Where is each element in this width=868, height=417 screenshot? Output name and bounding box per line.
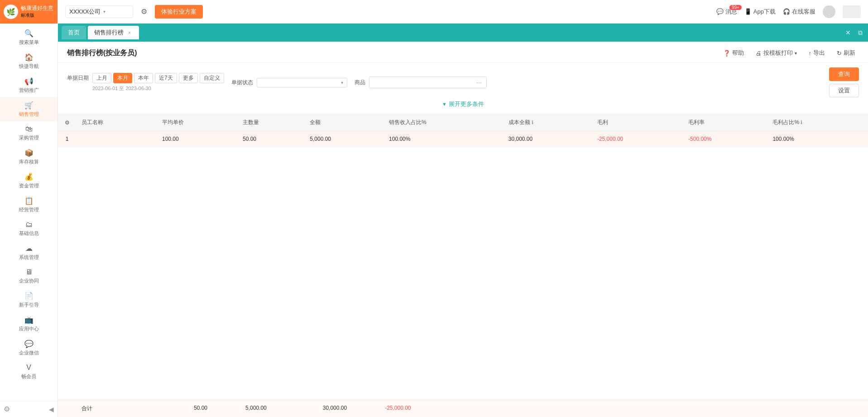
service-icon: 🎧 <box>783 8 790 15</box>
sidebar-item-system[interactable]: ☁ 系统管理 <box>0 240 58 264</box>
help-button[interactable]: ❓ 帮助 <box>719 47 748 59</box>
company-name: XXXXX公司 <box>69 8 101 16</box>
search-label: 搜索菜单 <box>19 39 39 46</box>
sidebar-item-purchase[interactable]: 🛍 采购管理 <box>0 121 58 145</box>
date-range-display: 2023-06-01 至 2023-06-30 <box>67 85 224 92</box>
user-avatar[interactable] <box>823 5 835 18</box>
tab-home[interactable]: 首页 <box>62 26 86 39</box>
col-gross-pct: 毛利占比% ℹ <box>767 114 868 131</box>
marketing-icon: 📢 <box>24 77 34 86</box>
tab-sales-ranking-label: 销售排行榜 <box>94 29 124 37</box>
tab-close-icon[interactable]: × <box>126 29 133 36</box>
gross-pct-hint-icon: ℹ <box>801 120 802 125</box>
marketing-label: 营销推广 <box>19 87 39 94</box>
topbar: XXXXX公司 ▾ ⚙ 体验行业方案 💬 消息 99+ 📱 App下载 🎧 在线… <box>58 0 868 24</box>
purchase-icon: 🛍 <box>25 125 33 133</box>
content-area: 销售排行榜(按业务员) ❓ 帮助 🖨 按模板打印 ▾ ↑ 导出 ↻ 刷新 <box>58 42 868 417</box>
tabbar: 首页 销售排行榜 × ✕ ⧉ <box>58 24 868 42</box>
print-button[interactable]: 🖨 按模板打印 ▾ <box>752 47 801 59</box>
help-icon: ❓ <box>723 50 730 57</box>
online-service-action[interactable]: 🎧 在线客服 <box>783 8 815 16</box>
operation-icon: 📋 <box>24 197 34 205</box>
search-icon: 🔍 <box>24 29 34 38</box>
cell-name <box>76 131 157 147</box>
sidebar-item-sales[interactable]: 🛒 销售管理 <box>0 97 58 121</box>
tabbar-close-button[interactable]: ✕ <box>844 27 853 38</box>
app-center-icon: 📺 <box>24 316 34 324</box>
goods-ellipsis-icon[interactable]: ··· <box>475 79 483 86</box>
topbar-gear-button[interactable]: ⚙ <box>138 5 150 18</box>
sidebar-item-operation[interactable]: 📋 经营管理 <box>0 193 58 217</box>
sidebar-item-inventory[interactable]: 📦 库存核算 <box>0 145 58 169</box>
query-button[interactable]: 查询 <box>829 67 859 81</box>
print-chevron-icon: ▾ <box>795 51 797 56</box>
table-header-row: ⚙ 员工名称 平均单价 主数量 全额 销售收入占比% 成本全额 ℹ 毛利 毛利率… <box>58 114 868 131</box>
status-chevron-icon: ▾ <box>341 80 343 85</box>
status-label: 单据状态 <box>231 79 253 86</box>
sidebar-item-basic[interactable]: 🗂 基础信息 <box>0 217 58 240</box>
sidebar-item-quick-nav[interactable]: 🏠 快捷导航 <box>0 49 58 73</box>
export-button[interactable]: ↑ 导出 <box>805 47 829 59</box>
footer-gross: -25,000.00 <box>379 405 416 412</box>
tab-home-label: 首页 <box>68 29 80 37</box>
sidebar-logo: 🌿 畅康通好生意 标准版 <box>0 0 58 24</box>
sidebar-item-app-center[interactable]: 📺 应用中心 <box>0 312 58 336</box>
app-download-action[interactable]: 📱 App下载 <box>744 8 776 16</box>
sidebar-item-wechat[interactable]: 💬 企业微信 <box>0 336 58 360</box>
operation-label: 经营管理 <box>19 206 39 213</box>
company-selector[interactable]: XXXXX公司 ▾ <box>65 5 133 18</box>
purchase-label: 采购管理 <box>19 134 39 141</box>
sidebar-item-search[interactable]: 🔍 搜索菜单 <box>0 25 58 49</box>
tab-sales-ranking[interactable]: 销售排行榜 × <box>88 26 139 39</box>
message-action[interactable]: 💬 消息 99+ <box>716 8 737 16</box>
sidebar-item-marketing[interactable]: 📢 营销推广 <box>0 73 58 97</box>
page-header: 销售排行榜(按业务员) ❓ 帮助 🖨 按模板打印 ▾ ↑ 导出 ↻ 刷新 <box>58 42 868 63</box>
message-badge: 99+ <box>729 5 742 10</box>
sidebar-item-finance[interactable]: 💰 资金管理 <box>0 169 58 193</box>
system-icon: ☁ <box>25 244 33 253</box>
expand-more-icon: ▼ <box>442 101 447 107</box>
cell-gross-pct: 100.00% <box>767 131 868 147</box>
member-label: 畅会员 <box>21 373 36 380</box>
date-btn-this-month[interactable]: 本月 <box>113 73 132 83</box>
filter-row: 单据日期 上月 本月 本年 近7天 更多 自定义 2023-06-01 至 20… <box>67 67 859 97</box>
status-filter-item: 单据状态 ▾ <box>231 78 347 87</box>
status-select[interactable]: ▾ <box>257 78 347 87</box>
topbar-right: 💬 消息 99+ 📱 App下载 🎧 在线客服 <box>716 5 861 18</box>
date-btn-last-month[interactable]: 上月 <box>92 73 111 83</box>
sidebar-collapse-icon[interactable]: ◀ <box>49 406 54 413</box>
date-btn-more[interactable]: 更多 <box>179 73 198 83</box>
corp-label: 企业协同 <box>19 278 39 284</box>
tabbar-maximize-button[interactable]: ⧉ <box>856 27 864 38</box>
guide-label: 新手引导 <box>19 302 39 308</box>
footer-cost: 30,000.00 <box>317 405 352 412</box>
sidebar-item-corp[interactable]: 🖥 企业协同 <box>0 264 58 288</box>
filter-settings-button[interactable]: 设置 <box>829 84 859 97</box>
user-name-area[interactable] <box>843 5 861 18</box>
logo-text-block: 畅康通好生意 标准版 <box>21 5 53 19</box>
sidebar-item-member[interactable]: V 畅会员 <box>0 360 58 383</box>
goods-input[interactable]: ··· <box>369 77 487 88</box>
col-name: 员工名称 <box>76 114 157 131</box>
cell-cost: 30,000.00 <box>503 131 592 147</box>
col-main-qty: 主数量 <box>237 114 304 131</box>
page-actions: ❓ 帮助 🖨 按模板打印 ▾ ↑ 导出 ↻ 刷新 <box>719 47 859 59</box>
wechat-label: 企业微信 <box>19 350 39 356</box>
data-table: ⚙ 员工名称 平均单价 主数量 全额 销售收入占比% 成本全额 ℹ 毛利 毛利率… <box>58 114 868 147</box>
date-buttons: 上月 本月 本年 近7天 更多 自定义 <box>92 73 224 83</box>
refresh-button[interactable]: ↻ 刷新 <box>833 47 859 59</box>
date-btn-7days[interactable]: 近7天 <box>155 73 177 83</box>
sidebar-item-guide[interactable]: 📄 新手引导 <box>0 288 58 312</box>
sidebar-gear-icon[interactable]: ⚙ <box>4 405 10 413</box>
quick-nav-icon: 🏠 <box>24 53 34 62</box>
app-icon: 📱 <box>744 8 752 15</box>
date-btn-custom[interactable]: 自定义 <box>200 73 224 83</box>
cell-amount: 5,000.00 <box>304 131 384 147</box>
print-label: 按模板打印 <box>763 49 793 57</box>
trial-button[interactable]: 体验行业方案 <box>155 5 203 19</box>
basic-icon: 🗂 <box>25 220 33 229</box>
tabbar-actions: ✕ ⧉ <box>844 27 864 38</box>
date-btn-this-year[interactable]: 本年 <box>134 73 153 83</box>
footer-label: 合计 <box>63 405 98 412</box>
expand-more-row[interactable]: ▼ 展开更多条件 <box>67 97 859 109</box>
